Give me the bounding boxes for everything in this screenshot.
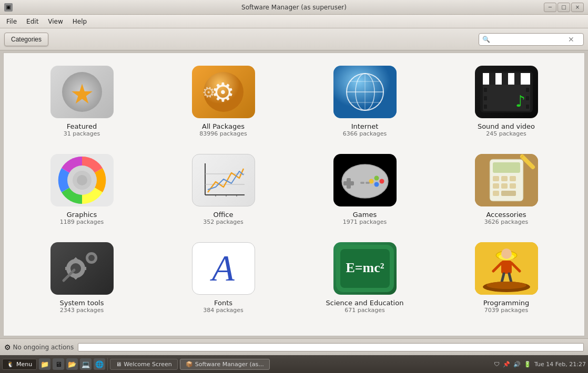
taskbar-menu-button[interactable]: 🐧 Menu bbox=[2, 359, 37, 370]
category-item-internet[interactable]: Internet 6366 packages bbox=[297, 61, 432, 141]
taskbar-icon-4[interactable]: 💻 bbox=[80, 358, 92, 370]
svg-text:★: ★ bbox=[69, 78, 94, 110]
svg-rect-58 bbox=[501, 183, 508, 189]
category-icon-programming bbox=[475, 242, 538, 299]
taskbar-time: Tue 14 Feb, 21:27 bbox=[534, 361, 586, 368]
search-icon: 🔍 bbox=[482, 36, 490, 43]
taskbar-window-sm-label: Software Manager (as... bbox=[195, 361, 264, 368]
svg-rect-24 bbox=[526, 96, 529, 100]
category-icon-science: E=mc² bbox=[333, 242, 397, 299]
category-name-internet: Internet bbox=[351, 122, 379, 130]
category-name-sound-video: Sound and video bbox=[478, 122, 535, 130]
svg-rect-23 bbox=[526, 88, 529, 92]
category-name-system-tools: System tools bbox=[60, 299, 104, 307]
svg-rect-56 bbox=[510, 176, 516, 181]
category-icon-office bbox=[192, 154, 255, 211]
svg-rect-17 bbox=[521, 73, 530, 85]
categories-grid: ★ Featured 31 packages ⚙ ⚙ All Packages … bbox=[14, 61, 574, 318]
category-count-office: 352 packages bbox=[203, 219, 244, 225]
category-item-graphics[interactable]: Graphics 1189 packages bbox=[14, 150, 149, 230]
category-icon-featured: ★ bbox=[50, 66, 114, 122]
fonts-letter-icon: A bbox=[212, 250, 235, 287]
svg-point-89 bbox=[486, 282, 526, 289]
svg-rect-15 bbox=[495, 73, 502, 85]
maximize-button[interactable]: □ bbox=[557, 3, 570, 12]
svg-rect-68 bbox=[83, 267, 86, 270]
svg-rect-57 bbox=[493, 183, 499, 189]
status-gear-icon: ⚙ bbox=[4, 343, 11, 351]
category-item-featured[interactable]: ★ Featured 31 packages bbox=[14, 61, 149, 141]
category-item-science[interactable]: E=mc² Science and Education 671 packages bbox=[297, 238, 432, 318]
search-clear-icon[interactable]: ✕ bbox=[568, 35, 574, 44]
menu-help[interactable]: Help bbox=[68, 16, 91, 27]
category-item-programming[interactable]: Programming 7039 packages bbox=[439, 238, 574, 318]
taskbar-shield-icon: 🛡 bbox=[494, 361, 500, 368]
search-input[interactable] bbox=[492, 36, 566, 43]
taskbar-window-welcome-icon: 🖥 bbox=[116, 361, 121, 368]
category-icon-system-tools bbox=[50, 242, 114, 299]
category-name-office: Office bbox=[214, 211, 234, 219]
titlebar: ▣ Software Manager (as superuser) − □ × bbox=[0, 0, 588, 15]
taskbar-window-welcome-label: Welcome Screen bbox=[124, 361, 172, 368]
window-title: Software Manager (as superuser) bbox=[241, 4, 347, 11]
category-name-programming: Programming bbox=[483, 299, 530, 307]
close-button[interactable]: × bbox=[571, 3, 584, 12]
category-item-accessories[interactable]: Accessories 3626 packages bbox=[439, 150, 574, 230]
category-icon-internet bbox=[333, 66, 397, 122]
category-icon-fonts: A bbox=[192, 242, 255, 299]
categories-button[interactable]: Categories bbox=[4, 33, 48, 46]
category-name-games: Games bbox=[353, 211, 377, 219]
svg-point-44 bbox=[374, 182, 379, 187]
category-item-fonts[interactable]: A Fonts 384 packages bbox=[156, 238, 291, 318]
search-box: 🔍 ✕ bbox=[479, 33, 584, 46]
taskbar-icon-3[interactable]: 📂 bbox=[66, 358, 78, 370]
taskbar-menu-label: Menu bbox=[16, 361, 32, 368]
taskbar-icon-5[interactable]: 🌐 bbox=[94, 358, 105, 370]
category-icon-games bbox=[333, 154, 397, 211]
category-item-games[interactable]: Games 1971 packages bbox=[297, 150, 432, 230]
taskbar: 🐧 Menu 📁 🖥 📂 💻 🌐 🖥 Welcome Screen 📦 Soft… bbox=[0, 355, 588, 373]
menu-file[interactable]: File bbox=[2, 16, 21, 27]
window-controls: − □ × bbox=[544, 3, 584, 12]
menubar: File Edit View Help bbox=[0, 15, 588, 28]
status-text: No ongoing actions bbox=[13, 344, 74, 351]
category-name-all-packages: All Packages bbox=[202, 122, 245, 130]
svg-point-43 bbox=[379, 179, 384, 184]
menu-view[interactable]: View bbox=[44, 16, 67, 27]
category-item-system-tools[interactable]: System tools 2343 packages bbox=[14, 238, 149, 318]
svg-point-73 bbox=[88, 255, 95, 261]
category-count-all-packages: 83996 packages bbox=[199, 130, 247, 137]
taskbar-window-welcome[interactable]: 🖥 Welcome Screen bbox=[110, 359, 178, 370]
minimize-button[interactable]: − bbox=[544, 3, 556, 12]
category-item-sound-video[interactable]: ♪ Sound and video 245 packages bbox=[439, 61, 574, 141]
taskbar-window-software-manager[interactable]: 📦 Software Manager (as... bbox=[180, 359, 270, 370]
app-icon: ▣ bbox=[4, 3, 13, 12]
svg-rect-60 bbox=[493, 191, 499, 196]
taskbar-icon-1[interactable]: 📁 bbox=[39, 358, 50, 370]
svg-point-87 bbox=[501, 248, 512, 259]
svg-rect-61 bbox=[501, 191, 516, 196]
category-count-system-tools: 2343 packages bbox=[60, 307, 104, 314]
svg-rect-82 bbox=[501, 261, 512, 274]
svg-rect-41 bbox=[343, 181, 354, 185]
svg-rect-22 bbox=[484, 105, 487, 109]
toolbar: Categories 🔍 ✕ bbox=[0, 28, 588, 50]
svg-rect-16 bbox=[508, 73, 514, 85]
svg-rect-46 bbox=[360, 182, 364, 184]
svg-rect-55 bbox=[501, 176, 508, 181]
progress-bar bbox=[78, 343, 584, 351]
category-name-accessories: Accessories bbox=[486, 211, 526, 219]
taskbar-window-sm-icon: 📦 bbox=[186, 361, 193, 368]
svg-rect-51 bbox=[493, 162, 520, 173]
taskbar-icon-2[interactable]: 🖥 bbox=[53, 358, 64, 370]
category-count-games: 1971 packages bbox=[343, 219, 387, 225]
statusbar: ⚙ No ongoing actions bbox=[0, 338, 588, 355]
category-item-office[interactable]: Office 352 packages bbox=[156, 150, 291, 230]
category-item-all-packages[interactable]: ⚙ ⚙ All Packages 83996 packages bbox=[156, 61, 291, 141]
svg-point-42 bbox=[374, 176, 379, 181]
menu-edit[interactable]: Edit bbox=[22, 16, 43, 27]
category-count-accessories: 3626 packages bbox=[484, 219, 529, 225]
main-content: ★ Featured 31 packages ⚙ ⚙ All Packages … bbox=[3, 53, 585, 336]
category-icon-accessories bbox=[475, 154, 538, 211]
svg-text:E=mc²: E=mc² bbox=[346, 260, 384, 275]
